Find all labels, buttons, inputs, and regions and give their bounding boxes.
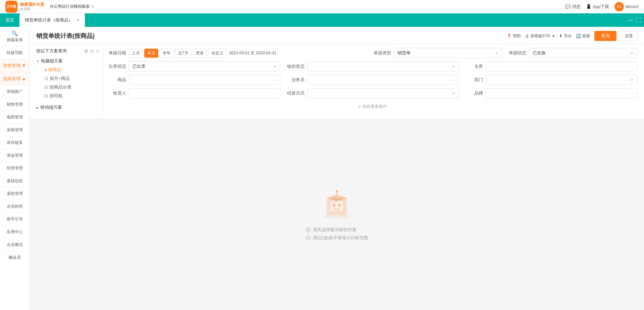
tab-sales-report[interactable]: 销货单统计表（按商品） ✕ xyxy=(19,13,85,27)
empty-state: 1 请先选择要分析的方案 2 用[过滤]条件来缩小分析范围 xyxy=(306,188,368,241)
filter-settlement-input[interactable]: ▼ xyxy=(307,88,459,98)
filter-department-input[interactable]: ▼ xyxy=(486,75,637,85)
tab-close-icon[interactable]: ✕ xyxy=(76,18,79,22)
scheme-item-by-month-product[interactable]: 日 按月+商品 xyxy=(36,74,99,83)
sidebar-item-search[interactable]: 🔍 搜索菜单 xyxy=(0,27,29,47)
date-btn-this-month[interactable]: 本月 xyxy=(144,49,158,58)
sidebar-item-basics[interactable]: 基础信息 xyxy=(0,175,29,188)
chevron-down-icon: ▼ xyxy=(495,51,498,55)
refresh-btn[interactable]: 🔄 刷新 xyxy=(576,33,590,39)
app-download-btn[interactable]: 📱 App下载 xyxy=(586,4,609,10)
scheme-pc-header[interactable]: ▼ 电脑端方案 xyxy=(36,57,99,65)
filter-item-out-status: 出库状态 已出库 ▼ xyxy=(107,61,280,71)
tab-minimize-icon[interactable]: — xyxy=(628,17,633,23)
scheme-item-by-product[interactable]: ● 按商品 xyxy=(36,65,99,74)
sidebar-item-member[interactable]: 畅会员 xyxy=(0,251,29,264)
sidebar-item-wholesale[interactable]: 批发管理 ▲ xyxy=(0,72,29,86)
template-print-btn[interactable]: 🖨 按模板打印 ▼ xyxy=(525,33,555,39)
filter-payment-status-input[interactable]: ▼ xyxy=(307,61,459,71)
filter-item-salesperson: 业务员 ··· xyxy=(286,75,459,85)
filter-recipient-input[interactable]: ··· xyxy=(129,88,280,98)
filter-doc-type-input[interactable]: 销货单 ▼ xyxy=(394,48,502,58)
sidebar-item-sales-mgmt[interactable]: 销售管理 xyxy=(0,98,29,111)
chevron-down-icon3: ▼ xyxy=(273,65,277,68)
filter-row-2: 出库状态 已出库 ▼ 收款状态 ▼ xyxy=(107,61,637,71)
chevron-down-icon: ▼ xyxy=(552,34,555,38)
scheme-collapse-icon[interactable]: « xyxy=(96,48,99,54)
svg-rect-5 xyxy=(333,209,340,210)
dots-icon2: ··· xyxy=(273,78,277,83)
sidebar: 🔍 搜索菜单 快捷导航 零售管理 ▼ 批发管理 ▲ 营销推广 销售管理 电商管理… xyxy=(0,27,30,310)
filter-doc-status-input[interactable]: 已生效 ▼ xyxy=(529,48,637,58)
page-actions: ❓ 帮助 🖨 按模板打印 ▼ ⬆ 导出 🔄 刷新 查询 设置 xyxy=(506,31,637,41)
date-btn-this-year[interactable]: 本年 xyxy=(160,49,174,58)
arrow-right-icon: ▶ xyxy=(36,106,39,109)
filter-out-status-input[interactable]: 已出库 ▼ xyxy=(129,61,280,71)
export-btn[interactable]: ⬆ 导出 xyxy=(559,33,572,39)
sidebar-item-quick-nav[interactable]: 快捷导航 xyxy=(0,47,29,59)
filter-collapse-btn[interactable]: ∧ 收起更多条件 xyxy=(107,102,637,111)
help-icon: ❓ xyxy=(506,34,512,38)
sidebar-item-app-center[interactable]: 应用中心 xyxy=(0,226,29,239)
filter-item-payment-status: 收款状态 ▼ xyxy=(286,61,459,71)
help-btn[interactable]: ❓ 帮助 xyxy=(506,33,521,39)
app-logo: 好生意 xyxy=(5,1,17,13)
tab-bar-actions: — ⛶ xyxy=(628,17,644,23)
tab-bar: 首页 销货单统计表（按商品） ✕ — ⛶ xyxy=(0,13,644,27)
filter-brand-input[interactable]: ··· xyxy=(486,88,637,98)
sidebar-item-finance[interactable]: 资金管理 xyxy=(0,149,29,162)
sidebar-item-guide[interactable]: 新手引导 xyxy=(0,213,29,226)
date-btn-7days[interactable]: 近7天 xyxy=(175,49,192,58)
svg-point-0 xyxy=(323,214,350,218)
scheme-settings-icon[interactable]: ⊙ xyxy=(90,48,94,54)
industry-selector[interactable]: 办公用品行业模拟账套 ▼ xyxy=(50,4,95,9)
export-icon: ⬆ xyxy=(559,34,562,38)
svg-point-3 xyxy=(333,204,335,207)
filter-item-warehouse: 仓库 ··· xyxy=(464,61,637,71)
scheme-item-icon2: 日 xyxy=(44,76,48,82)
scheme-item-by-cashier[interactable]: 回 按司机 xyxy=(36,92,99,100)
chevron-down-icon2: ▼ xyxy=(630,51,634,55)
query-button[interactable]: 查询 xyxy=(594,31,616,41)
date-btn-custom[interactable]: 自定义 xyxy=(208,49,226,58)
empty-illustration xyxy=(317,188,357,221)
messages-btn[interactable]: 💬 消息 xyxy=(565,4,581,10)
top-bar: 好生意 畅捷通好生意 标准版 办公用品行业模拟账套 ▼ 💬 消息 📱 App下载… xyxy=(0,0,644,13)
user-profile[interactable]: Ea demo2 xyxy=(614,2,639,11)
arrow-down-icon: ▼ xyxy=(36,59,40,63)
date-btn-last-month[interactable]: 上月 xyxy=(129,49,143,58)
filter-salesperson-input[interactable]: ··· xyxy=(307,75,459,85)
sidebar-item-system[interactable]: 系统管理 xyxy=(0,188,29,200)
settings-button[interactable]: 设置 xyxy=(621,31,637,41)
scheme-item-by-category[interactable]: 回 按商品分类 xyxy=(36,83,99,92)
chevron-up-icon: ∧ xyxy=(358,104,361,109)
filter-item-department: 部门 ▼ xyxy=(464,75,637,85)
sidebar-item-ecommerce[interactable]: 电商管理 xyxy=(0,111,29,124)
scheme-add-icon[interactable]: ⊕ xyxy=(84,48,88,54)
page-title: 销货单统计表(按商品) xyxy=(36,32,95,40)
chevron-down-icon6: ▼ xyxy=(452,92,455,95)
search-icon: 🔍 xyxy=(1,30,28,37)
scheme-panel: 按以下方案查询 ⊕ ⊙ « ▼ 电脑端方案 xyxy=(36,48,103,114)
svg-point-7 xyxy=(336,190,338,192)
sidebar-item-enterprise[interactable]: 企业协同 xyxy=(0,200,29,213)
main-layout: 🔍 搜索菜单 快捷导航 零售管理 ▼ 批发管理 ▲ 营销推广 销售管理 电商管理… xyxy=(0,27,644,310)
filter-item-doc-type: 单据类型 销货单 ▼ xyxy=(372,48,502,58)
scheme-mobile-header[interactable]: ▶ 移动端方案 xyxy=(36,103,99,112)
filter-product-input[interactable]: ··· xyxy=(129,75,280,85)
scheme-item-icon: ● xyxy=(44,67,47,72)
tab-expand-icon[interactable]: ⛶ xyxy=(636,17,641,23)
filter-area: 按以下方案查询 ⊕ ⊙ « ▼ 电脑端方案 xyxy=(30,44,644,119)
filter-item-product: 商品 ··· xyxy=(107,75,280,85)
filter-warehouse-input[interactable]: ··· xyxy=(486,61,637,71)
date-btn-more[interactable]: 更多 xyxy=(193,49,207,58)
sidebar-item-inventory[interactable]: 库存核算 xyxy=(0,137,29,149)
scheme-section-mobile: ▶ 移动端方案 xyxy=(36,103,99,112)
sidebar-item-marketing[interactable]: 营销推广 xyxy=(0,86,29,98)
sidebar-item-operations[interactable]: 经营管理 xyxy=(0,162,29,175)
empty-hint-1: 1 请先选择要分析的方案 xyxy=(306,227,368,233)
sidebar-item-procurement[interactable]: 采购管理 xyxy=(0,124,29,137)
tab-home[interactable]: 首页 xyxy=(0,13,19,27)
sidebar-item-wechat[interactable]: 企业微信 xyxy=(0,239,29,251)
sidebar-item-retail[interactable]: 零售管理 ▼ xyxy=(0,59,29,72)
